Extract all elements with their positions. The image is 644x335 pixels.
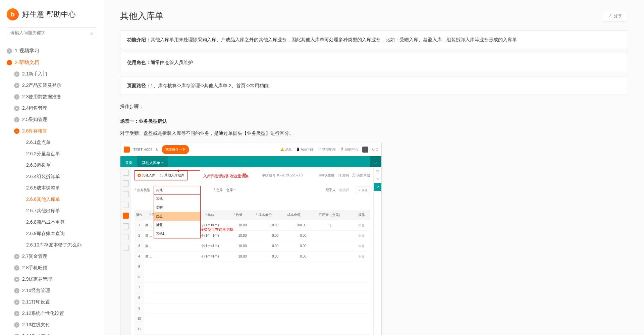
main-content: 其他入库单 ↗ 分享 功能介绍：其他入库单用来处理除采购入库、产成品入库之外的其… xyxy=(103,0,644,335)
role-text: 通常由仓管人员维护 xyxy=(151,60,193,65)
svg-marker-1 xyxy=(176,169,179,172)
ss-nav-icon xyxy=(123,245,129,251)
ss-history: 🕐 历史单据 xyxy=(352,172,370,179)
minus-icon: − xyxy=(14,128,19,134)
ss-body: 其他入库 其他入库退库 单据日期 2019-12-26 📅 入库、退货业务 在这… xyxy=(120,167,381,335)
minus-icon: − xyxy=(7,60,12,65)
ss-nav-icon xyxy=(123,202,129,208)
nav-2-6-1[interactable]: 2.6.1盘点单 xyxy=(7,137,96,148)
scene1-text: 对于受赠、盘盈或是拆装入库等不同的业务，是通过单据头【业务类型】进行区分。 xyxy=(120,128,627,138)
search-box: ⌕ xyxy=(7,27,96,38)
ss-right-icon: ◷ xyxy=(374,167,381,175)
nav-docs[interactable]: −2.帮助文档 xyxy=(7,57,96,68)
ss-topbar: TEST-H002 ↻ 我要做什—下 🔔 消息 📱 App下载 📄 功能地图 ❓… xyxy=(120,143,381,156)
nav-video[interactable]: +1.视频学习 xyxy=(7,45,96,57)
ss-expand-icon: ∨ 展开 xyxy=(356,186,370,194)
plus-icon: + xyxy=(14,83,19,88)
steps-label: 操作步骤： xyxy=(120,102,627,111)
ss-nav-icon xyxy=(123,213,129,219)
nav-2-6-9[interactable]: 2.6.9库存账本查询 xyxy=(7,228,96,239)
role-label: 使用角色： xyxy=(127,60,151,65)
ss-env: TEST-H002 xyxy=(133,146,152,153)
ss-top-right: 🔔 消息 📱 App下载 📄 功能地图 ❓ 帮助中心 C C xyxy=(280,146,378,153)
ss-radio-in: 其他入库 xyxy=(138,172,155,179)
nav-2-7[interactable]: +2.7资金管理 xyxy=(7,251,96,262)
ss-nav-icon xyxy=(123,234,129,240)
ss-app: 📱 App下载 xyxy=(296,146,313,153)
path-box: 页面路径：1、库存核算->库存管理->其他入库单 2、首页->常用功能 xyxy=(120,76,627,95)
ss-nav-icon xyxy=(123,170,129,176)
nav-2-8[interactable]: +2.8手机旺铺 xyxy=(7,262,96,274)
radio-icon xyxy=(160,174,163,177)
nav-2-6-4[interactable]: 2.6.4组装拆卸单 xyxy=(7,171,96,182)
arrow-icon xyxy=(176,168,200,173)
plus-icon: + xyxy=(14,288,19,293)
ss-nav-icon xyxy=(123,191,129,197)
ss-right-icon: ⤢ xyxy=(374,183,381,191)
nav-2-12[interactable]: +2.12系统个性化设置 xyxy=(7,308,96,319)
page-title: 其他入库单 xyxy=(120,10,164,22)
nav-2-4[interactable]: +2.4销售管理 xyxy=(7,103,96,114)
ss-form-row: * 业务类型 其他 其他 受赠 盘盈 拆装 其他1 xyxy=(135,184,370,197)
plus-icon: + xyxy=(14,311,19,316)
ss-help: ❓ 帮助中心 xyxy=(340,146,358,153)
nav-2-6-7[interactable]: 2.6.7其他出库单 xyxy=(7,205,96,217)
plus-icon: + xyxy=(14,299,19,305)
ss-map: 📄 功能地图 xyxy=(317,146,336,153)
plus-icon: + xyxy=(14,254,19,259)
logo: b 好生意 帮助中心 xyxy=(7,8,96,20)
role-box: 使用角色：通常由仓管人员维护 xyxy=(120,53,627,72)
path-label: 页面路径： xyxy=(127,83,151,88)
embedded-screenshot: TEST-H002 ↻ 我要做什—下 🔔 消息 📱 App下载 📄 功能地图 ❓… xyxy=(120,143,382,335)
ss-tab-doc: 其他入库单 × xyxy=(137,156,168,167)
ss-content: 其他入库 其他入库退库 单据日期 2019-12-26 📅 入库、退货业务 在这… xyxy=(131,167,373,335)
search-input[interactable] xyxy=(7,27,96,38)
plus-icon: + xyxy=(14,117,19,122)
ss-user: C C xyxy=(372,146,378,153)
plus-icon: + xyxy=(14,71,19,77)
ss-tabs: 首页 其他入库单 × ⤢ xyxy=(120,156,381,167)
nav-2-11[interactable]: +2.11打印设置 xyxy=(7,296,96,308)
ss-nav-icon xyxy=(123,180,129,186)
ss-dropdown: 其他 受赠 盘盈 拆装 其他1 xyxy=(154,194,201,238)
nav-2-10[interactable]: +2.10经营管理 xyxy=(7,285,96,296)
ss-orange-btn: 我要做什—下 xyxy=(162,145,189,154)
nav-2-1[interactable]: +2.1新手入门 xyxy=(7,68,96,80)
radio-icon xyxy=(138,174,141,177)
nav-2-13[interactable]: +2.13在线支付 xyxy=(7,319,96,331)
nav-2-2[interactable]: +2.2产品安装及登录 xyxy=(7,80,96,91)
plus-icon: + xyxy=(14,277,19,282)
nav-2-6-6[interactable]: 2.6.6其他入库单 xyxy=(7,194,96,205)
search-icon[interactable]: ⌕ xyxy=(90,30,93,36)
logo-icon: b xyxy=(7,8,19,20)
intro-text: 其他入库单用来处理除采购入库、产成品入库之外的其他入库业务，因此其他入库单可处理… xyxy=(151,37,517,42)
ss-msg: 🔔 消息 xyxy=(280,146,292,153)
ss-copy: 📋 复制 xyxy=(337,172,349,179)
plus-icon: + xyxy=(14,322,19,328)
nav-2-6-5[interactable]: 2.6.5成本调整单 xyxy=(7,182,96,194)
nav-2-9[interactable]: +2.9优惠券管理 xyxy=(7,274,96,285)
nav-2-6-3[interactable]: 2.6.3调拨单 xyxy=(7,160,96,171)
nav-2-6[interactable]: −2.6库存核算 xyxy=(7,125,96,137)
page-header: 其他入库单 ↗ 分享 xyxy=(120,10,627,22)
nav-tree: +1.视频学习 −2.帮助文档 +2.1新手入门 +2.2产品安装及登录 +2.… xyxy=(7,45,96,335)
content: 操作步骤： 场景一：业务类型确认 对于受赠、盘盈或是拆装入库等不同的业务，是通过… xyxy=(120,102,627,335)
nav-2-6-8[interactable]: 2.6.8商品成本重算 xyxy=(7,217,96,228)
path-text: 1、库存核算->库存管理->其他入库单 2、首页->常用功能 xyxy=(151,83,269,88)
ss-refresh-icon: ↻ xyxy=(156,146,159,153)
nav-2-14[interactable]: +2.14常见问题 xyxy=(7,331,96,335)
nav-2-6-10[interactable]: 2.6.10库存账本错了怎么办 xyxy=(7,239,96,251)
ss-logo-icon xyxy=(124,147,130,153)
plus-icon: + xyxy=(14,265,19,271)
intro-box: 功能介绍：其他入库单用来处理除采购入库、产成品入库之外的其他入库业务，因此其他入… xyxy=(120,30,627,49)
nav-2-3[interactable]: +2.3使用前数据准备 xyxy=(7,91,96,103)
nav-2-6-2[interactable]: 2.6.2分量盘点单 xyxy=(7,148,96,160)
scene1-title: 场景一：业务类型确认 xyxy=(120,116,627,126)
sidebar: b 好生意 帮助中心 ⌕ +1.视频学习 −2.帮助文档 +2.1新手入门 +2… xyxy=(0,0,103,335)
share-button[interactable]: ↗ 分享 xyxy=(603,11,627,21)
annotation-1: 入库、退货业务 在这里切换 xyxy=(203,172,249,180)
logo-text: 好生意 帮助中心 xyxy=(22,9,76,19)
ss-tab-home: 首页 xyxy=(120,156,137,167)
nav-2-5[interactable]: +2.5采购管理 xyxy=(7,114,96,125)
plus-icon: + xyxy=(7,48,12,54)
